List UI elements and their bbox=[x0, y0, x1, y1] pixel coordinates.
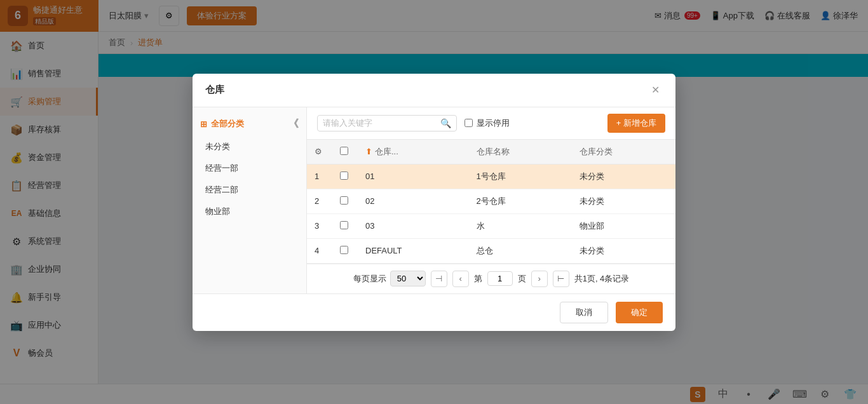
modal-overlay: 仓库 ✕ ⊞ 全部分类 《 未分类 经营一部 经营二部 物业部 bbox=[0, 0, 868, 404]
category-dept2[interactable]: 经营二部 bbox=[193, 179, 306, 201]
collapse-icon[interactable]: 《 bbox=[288, 118, 299, 131]
category-dept1[interactable]: 经营一部 bbox=[193, 158, 306, 179]
select-all-checkbox[interactable] bbox=[340, 147, 348, 155]
col-name: 仓库名称 bbox=[469, 140, 573, 165]
row-code-2: 02 bbox=[358, 189, 469, 213]
settings-icon[interactable]: ⚙ bbox=[315, 147, 322, 156]
table-row[interactable]: 1 01 1号仓库 未分类 bbox=[307, 164, 675, 189]
page-label: 第 bbox=[474, 273, 482, 285]
sort-icon: ⬆ bbox=[365, 147, 372, 156]
row-code-4: DEFAULT bbox=[358, 238, 469, 263]
row-num-3: 3 bbox=[307, 213, 332, 238]
col-category: 仓库分类 bbox=[572, 140, 675, 165]
table-row[interactable]: 2 02 2号仓库 未分类 bbox=[307, 189, 675, 213]
search-box[interactable]: 🔍 bbox=[317, 115, 457, 131]
page-unit: 页 bbox=[518, 273, 526, 285]
row-checkbox-2[interactable] bbox=[332, 189, 358, 213]
modal-toolbar: 🔍 显示停用 + 新增仓库 bbox=[307, 107, 675, 140]
modal-right-panel: 🔍 显示停用 + 新增仓库 ⚙ bbox=[307, 107, 675, 293]
row-category-1: 未分类 bbox=[572, 164, 675, 189]
row-checkbox-1[interactable] bbox=[332, 164, 358, 189]
show-disabled-checkbox[interactable] bbox=[465, 119, 473, 127]
confirm-button[interactable]: 确定 bbox=[616, 302, 663, 323]
col-checkbox bbox=[332, 140, 358, 165]
row-category-3: 物业部 bbox=[572, 213, 675, 238]
category-header-label: 全部分类 bbox=[211, 118, 244, 130]
modal-close-button[interactable]: ✕ bbox=[648, 83, 663, 98]
row-name-3: 水 bbox=[469, 213, 573, 238]
row-category-2: 未分类 bbox=[572, 189, 675, 213]
modal-header: 仓库 ✕ bbox=[193, 74, 675, 107]
col-code[interactable]: ⬆仓库... bbox=[358, 140, 469, 165]
row-name-1: 1号仓库 bbox=[469, 164, 573, 189]
show-disabled-label[interactable]: 显示停用 bbox=[465, 118, 510, 129]
pagination: 每页显示 50 20 100 ⊣ ‹ 第 页 › ⊢ 共1页, 4条记录 bbox=[307, 264, 675, 293]
page-first-button[interactable]: ⊣ bbox=[431, 271, 447, 287]
row-num-4: 4 bbox=[307, 238, 332, 263]
category-unclassified[interactable]: 未分类 bbox=[193, 136, 306, 158]
per-page-select[interactable]: 50 20 100 bbox=[390, 271, 426, 286]
table-row[interactable]: 4 DEFAULT 总仓 未分类 bbox=[307, 238, 675, 263]
category-property[interactable]: 物业部 bbox=[193, 201, 306, 222]
row-code-1: 01 bbox=[358, 164, 469, 189]
per-page-label: 每页显示 bbox=[353, 273, 386, 285]
modal-footer: 取消 确定 bbox=[193, 293, 675, 331]
add-warehouse-button[interactable]: + 新增仓库 bbox=[607, 114, 665, 133]
row-checkbox-4[interactable] bbox=[332, 238, 358, 263]
grid-icon: ⊞ bbox=[200, 119, 207, 129]
row-name-4: 总仓 bbox=[469, 238, 573, 263]
show-disabled-text: 显示停用 bbox=[477, 118, 510, 129]
search-icon[interactable]: 🔍 bbox=[440, 118, 451, 128]
cancel-button[interactable]: 取消 bbox=[560, 302, 608, 323]
page-number-input[interactable] bbox=[487, 271, 513, 286]
warehouse-modal: 仓库 ✕ ⊞ 全部分类 《 未分类 经营一部 经营二部 物业部 bbox=[193, 74, 675, 331]
search-input[interactable] bbox=[323, 118, 440, 128]
table-header-row: ⚙ ⬆仓库... 仓库名称 仓库分类 bbox=[307, 140, 675, 165]
category-header: ⊞ 全部分类 《 bbox=[193, 112, 306, 136]
row-code-3: 03 bbox=[358, 213, 469, 238]
page-prev-button[interactable]: ‹ bbox=[452, 271, 469, 287]
total-info: 共1页, 4条记录 bbox=[574, 273, 630, 285]
modal-title: 仓库 bbox=[205, 84, 224, 96]
row-category-4: 未分类 bbox=[572, 238, 675, 263]
row-name-2: 2号仓库 bbox=[469, 189, 573, 213]
warehouse-table: ⚙ ⬆仓库... 仓库名称 仓库分类 1 01 bbox=[307, 140, 675, 264]
modal-body: ⊞ 全部分类 《 未分类 经营一部 经营二部 物业部 🔍 bbox=[193, 107, 675, 293]
page-next-button[interactable]: › bbox=[531, 271, 548, 287]
row-num-2: 2 bbox=[307, 189, 332, 213]
col-settings: ⚙ bbox=[307, 140, 332, 165]
table-row[interactable]: 3 03 水 物业部 bbox=[307, 213, 675, 238]
row-checkbox-3[interactable] bbox=[332, 213, 358, 238]
row-num-1: 1 bbox=[307, 164, 332, 189]
page-last-button[interactable]: ⊢ bbox=[553, 271, 569, 287]
category-panel: ⊞ 全部分类 《 未分类 经营一部 经营二部 物业部 bbox=[193, 107, 307, 293]
page-size-selector: 每页显示 50 20 100 bbox=[353, 271, 426, 286]
